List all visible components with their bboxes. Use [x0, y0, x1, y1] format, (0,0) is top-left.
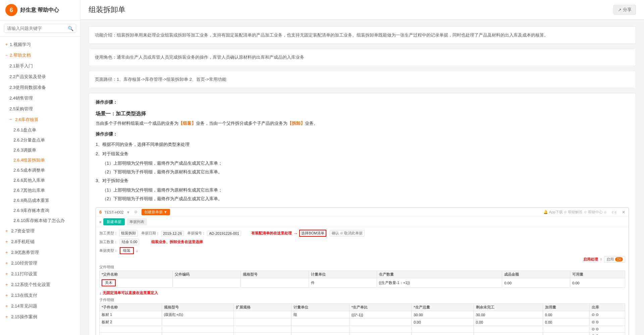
- app-logo: 6: [99, 210, 102, 215]
- sidebar-item-inv-6-7[interactable]: 2.6.7其他出库单: [0, 185, 80, 196]
- sidebar-item-install[interactable]: 2.2产品安装及登录: [0, 71, 80, 82]
- intro-block: 功能介绍：组装拆卸单用来处理企业组装或拆卸等加工业务，支持有固定装配清单的产品加…: [89, 26, 636, 44]
- expand-icon: +: [5, 42, 8, 47]
- tab-list: 单据列表: [127, 218, 147, 225]
- form-row-2: 加工数量： 结余 0.00 组装业务、拆卸业务在这里选择: [99, 239, 625, 245]
- sidebar-item-online-pay[interactable]: + 2.13在线支付: [0, 290, 80, 301]
- sidebar-item-inventory[interactable]: − 2.6库存核算: [0, 114, 80, 125]
- steps-label-2: 操作步骤：: [96, 130, 629, 138]
- sidebar-item-inv-6-5[interactable]: 2.6.5成本调整单: [0, 165, 80, 175]
- steps-title: 操作步骤：: [96, 99, 629, 106]
- sidebar-item-coupon[interactable]: + 2.9优惠券管理: [0, 247, 80, 258]
- content-area: 功能介绍：组装拆卸单用来处理企业组装或拆卸等加工业务，支持有固定装配清单的产品加…: [80, 20, 644, 335]
- annotation4-text: 无固定清单可以直接在这里重定入: [103, 290, 158, 295]
- new-order-btn: 创建新单据 ▼: [142, 209, 170, 215]
- up-arrow-icon: ↑: [600, 257, 602, 262]
- sidebar-item-inv-6-6[interactable]: 2.6.6其他入库单: [0, 175, 80, 185]
- close-icon: ✕: [622, 210, 625, 215]
- sidebar-item-cases[interactable]: + 2.15操作案例: [0, 312, 80, 322]
- lower-row-3: ⊙ ⊙: [100, 326, 625, 333]
- sidebar-item-inv-6-2[interactable]: 2.6.2分量盘点单: [0, 135, 80, 145]
- sidebar-item-inv-6-4[interactable]: 2.6.4组装拆卸单: [0, 155, 80, 165]
- collapse-icon: −: [5, 53, 8, 58]
- share-icon: ↗: [618, 7, 622, 12]
- top-icons: 🔔 App下载 ⊙ 帮助解答 ⊙ 帮助中心 ⊙ c c: [543, 210, 616, 215]
- sidebar-item-inv-6-8[interactable]: 2.6.8商品成本重算: [0, 196, 80, 206]
- form-row-1: 加工类型： 组装拆卸 单据日期： 2019-12-26 单据编号： AD-201…: [99, 230, 625, 237]
- step2-sublist: （1）上部明细为父件明细，最终作为产成品生成其它入库单； （2）下部明细为子件明…: [96, 160, 629, 176]
- sidebar-item-ops[interactable]: + 2.10经营管理: [0, 258, 80, 269]
- upper-table-row-1: 关木 件 {{生产数量-1：+1}} 0.00 0.00: [100, 278, 625, 288]
- enable-toggle: 启用 On: [604, 256, 625, 263]
- sidebar-item-fund[interactable]: + 2.7资金管理: [0, 226, 80, 236]
- form-field-type: 加工类型： 组装拆卸: [99, 230, 138, 236]
- annotation3-text: 启用处理: [583, 257, 598, 262]
- sidebar-item-inv-6-3[interactable]: 2.6.3调拨单: [0, 145, 80, 155]
- nav-icon: ≡: [99, 220, 101, 224]
- main-header: 组装拆卸单 ↗ 分享: [80, 0, 644, 20]
- type-selector-red-box: 组装: [120, 247, 134, 254]
- screenshot-navbar: ≡ 新建单据 单据列表: [96, 217, 629, 227]
- sidebar-item-purchase[interactable]: 2.5采购管理: [0, 104, 80, 114]
- annotation2-text: 组装业务、拆卸业务在这里选择: [151, 239, 203, 244]
- dropdown-icon: ▼: [126, 210, 130, 214]
- upper-table-title: 父件明细: [99, 265, 625, 270]
- annotation1-text: 有装配清单的在这里处理: [251, 231, 292, 236]
- step2-2: （2）下部明细为子件明细，最终作为原材料生成其它出库单。: [102, 168, 629, 176]
- arrow-icon-1: →: [293, 231, 298, 236]
- share-button[interactable]: ↗ 分享: [613, 5, 636, 15]
- screenshot-topbar: 6 TEST-H002 ▼ ⚙ 创建新单据 ▼ 🔔 App下载 ⊙ 帮助解答 ⊙…: [96, 208, 629, 217]
- sidebar-item-faq[interactable]: + 2.14常见问题: [0, 301, 80, 312]
- sidebar-item-inv-6-10[interactable]: 2.6.10库存账本错了怎么办: [0, 216, 80, 226]
- bom-select-btn: 选择BOM清单: [299, 230, 326, 237]
- step3-sublist: （1）上部明细为父件明细，最终作为原材料生成其它出库单； （2）下部明细为子件明…: [96, 186, 629, 203]
- sidebar-item-docs[interactable]: − 2.帮助文档: [0, 50, 80, 61]
- page-title: 组装拆卸单: [89, 5, 125, 15]
- annotation-1-area: 有装配清单的在这里处理 → 选择BOM清单: [251, 230, 326, 237]
- annotation-2-area: 组装业务、拆卸业务在这里选择: [151, 239, 203, 244]
- lower-table-header: *子件名称 规格型号 扩展规格 计量单位 *生产单比 *生产总量 剩余未完工 加…: [100, 304, 625, 311]
- logo-icon: 6: [5, 4, 17, 16]
- scenario1-title: 场景一：加工类型选择: [96, 111, 629, 117]
- active-tab: 新建单据: [103, 218, 125, 225]
- path-block: 页面路径：1、库存核算->库存管理->组装拆卸单 2、首页->常用功能: [89, 71, 636, 88]
- lower-row-2: 板材 2 0.00 0.00 0.00 ⊙ ⊙: [100, 319, 625, 326]
- form-field-date: 单据日期： 2019-12-26: [141, 231, 184, 236]
- sidebar-item-data-prep[interactable]: 2.3使用前数据准备: [0, 82, 80, 93]
- steps-section: 操作步骤： 场景一：加工类型选择 当由多个子件材料组装成一个成品的业务为【组装】…: [89, 93, 636, 335]
- sidebar-item-mobile[interactable]: + 2.8手机旺铺: [0, 236, 80, 247]
- sidebar-item-videos[interactable]: + 1.视频学习: [0, 39, 80, 50]
- annotation-4-area: ↓ 无固定清单可以直接在这里重定入: [99, 290, 625, 295]
- sidebar-item-personalize[interactable]: + 2.12系统个性化设置: [0, 279, 80, 290]
- step2-1: （1）上部明细为父件明细，最终作为产成品生成其它入库单；: [102, 160, 629, 167]
- sidebar-item-new-user[interactable]: 2.1新手入门: [0, 61, 80, 71]
- search-input[interactable]: [4, 24, 76, 33]
- sidebar-item-sales[interactable]: 2.4销售管理: [0, 93, 80, 104]
- step3-1: （1）上部明细为父件明细，最终作为原材料生成其它出库单；: [102, 186, 629, 194]
- search-box-container: 🔍: [0, 20, 80, 37]
- step2: 2、对于组装业务: [96, 150, 629, 158]
- step1: 1、根据不同的业务，选择不同单据的类型来处理: [96, 141, 629, 148]
- sidebar-item-inv-6-1[interactable]: 2.6.1盘点单: [0, 125, 80, 135]
- left-arrow-icon: ↓: [99, 291, 101, 295]
- steps-list: 1、根据不同的业务，选择不同单据的类型来处理 2、对于组装业务 （1）上部明细为…: [96, 141, 629, 203]
- sidebar-item-print[interactable]: + 2.11打印设置: [0, 269, 80, 279]
- upper-table: *父件名称 父件编码 规格型号 计量单位 生产数量 成品金额 可用量: [99, 271, 625, 288]
- lower-table: *子件名称 规格型号 扩展规格 计量单位 *生产单比 *生产总量 剩余未完工 加…: [99, 303, 625, 335]
- btn-confirm: 确认 ⊙ 取消此单据: [330, 230, 365, 236]
- down-arrow-icon: ↓: [136, 248, 138, 253]
- lower-row-1: 板材 1 (双面红+白) 组 {{1*-1}} 30.00 30.00 0.00…: [100, 311, 625, 319]
- step3-2: （2）下部明细为子件明细，最终作为产成品生成其它入库单。: [102, 195, 629, 203]
- test-id: TEST-H002: [104, 210, 123, 214]
- search-icon[interactable]: 🔍: [68, 26, 73, 31]
- sidebar-item-inv-6-9[interactable]: 2.6.9库存账本查询: [0, 206, 80, 216]
- on-badge: On: [615, 257, 623, 262]
- screenshot-container: 6 TEST-H002 ▼ ⚙ 创建新单据 ▼ 🔔 App下载 ⊙ 帮助解答 ⊙…: [96, 207, 629, 335]
- upper-table-header: *父件名称 父件编码 规格型号 计量单位 生产数量 成品金额 可用量: [100, 271, 625, 278]
- main-content: 组装拆卸单 ↗ 分享 功能介绍：组装拆卸单用来处理企业组装或拆卸等加工业务，支持…: [80, 0, 644, 335]
- screenshot-form: 加工类型： 组装拆卸 单据日期： 2019-12-26 单据编号： AD-201…: [96, 227, 629, 335]
- sidebar: 6 好生意 帮助中心 🔍 + 1.视频学习 − 2.帮助文档 2.1新手入门 2…: [0, 0, 80, 335]
- type-selector-row: 单据类型： 组装 ↓: [99, 247, 625, 254]
- form-field-no: 单据编号： AD-20191226-001: [187, 231, 241, 236]
- scenario1-desc: 当由多个子件材料组装成一个成品的业务为【组装】业务，当由一个父件拆分成多个子产品…: [96, 120, 629, 127]
